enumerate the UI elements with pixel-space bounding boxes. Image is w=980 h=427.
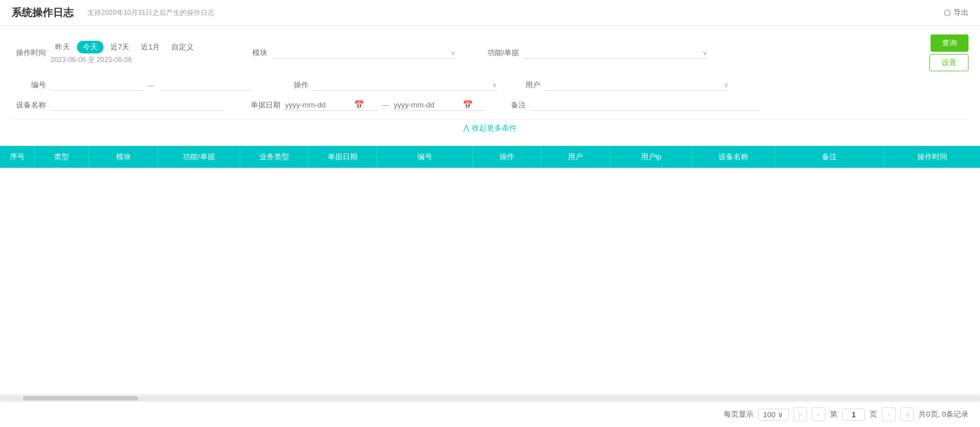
per-page-select[interactable]: 100 ∨	[758, 409, 789, 421]
operation-select[interactable]: ∨	[313, 80, 497, 91]
device-input[interactable]	[51, 99, 223, 111]
col-user: 用户	[541, 146, 610, 168]
page-subtitle: 支持2020年10月31日之后产生的操作日志	[87, 8, 214, 18]
table-body	[0, 168, 980, 375]
filter-row-1: 操作时间 昨天 今天 近7天 近1月 自定义 2023-06-06 至 2023…	[11, 34, 969, 71]
time-btn-1month[interactable]: 近1月	[136, 41, 164, 53]
time-btn-custom[interactable]: 自定义	[167, 41, 198, 53]
col-module: 模块	[89, 146, 157, 168]
data-table: 序号 类型 模块 功能/单据 业务类型 单据日期 编号 操作 用户 用户ip 设…	[0, 146, 980, 375]
number-start-input[interactable]	[51, 79, 143, 91]
col-function: 功能/单据	[157, 146, 240, 168]
function-select[interactable]: ∨	[524, 48, 708, 59]
query-button[interactable]: 查询	[931, 34, 969, 52]
setting-button[interactable]: 设置	[929, 54, 969, 71]
pagination: 每页显示 100 ∨ |‹ ‹ 第 页 › ›| 共0页, 0条记录	[0, 401, 980, 427]
collapse-chevron-icon: ⋀	[463, 124, 470, 132]
time-btn-today[interactable]: 今天	[77, 41, 103, 53]
module-label: 模块	[233, 48, 267, 58]
function-label: 功能/单据	[479, 48, 519, 58]
col-biz-type: 业务类型	[240, 146, 308, 168]
function-chevron-icon: ∨	[702, 49, 708, 57]
module-select[interactable]: ∨	[272, 48, 456, 59]
number-end-input[interactable]	[159, 79, 251, 91]
filter-row-3: 设备名称 单据日期 📅 — 📅 备注	[11, 99, 969, 111]
export-label: 导出	[954, 7, 969, 18]
next-page-button[interactable]: ›	[882, 407, 896, 421]
device-label: 设备名称	[11, 100, 46, 110]
remark-label: 备注	[509, 100, 526, 110]
table-area: 序号 类型 模块 功能/单据 业务类型 单据日期 编号 操作 用户 用户ip 设…	[0, 146, 980, 394]
time-range-display: 2023-06-06 至 2023-06-06	[51, 55, 198, 65]
table-header-row: 序号 类型 模块 功能/单据 业务类型 单据日期 编号 操作 用户 用户ip 设…	[0, 146, 980, 168]
col-device: 设备名称	[692, 146, 774, 168]
time-label: 操作时间	[11, 48, 46, 58]
date-end-wrap: 📅	[394, 99, 486, 111]
calendar-end-icon[interactable]: 📅	[463, 100, 472, 109]
collapse-bar[interactable]: ⋀ 收起更多条件	[11, 119, 969, 137]
col-user-ip: 用户ip	[610, 146, 692, 168]
voucher-date-label: 单据日期	[246, 100, 280, 110]
scrollbar-track	[0, 396, 980, 401]
per-page-value: 100	[763, 410, 776, 419]
calendar-start-icon[interactable]: 📅	[354, 100, 364, 109]
per-page-label: 每页显示	[724, 409, 754, 420]
number-label: 编号	[11, 80, 46, 90]
last-page-button[interactable]: ›|	[900, 407, 914, 421]
col-type: 类型	[34, 146, 89, 168]
user-select[interactable]: ∨	[545, 80, 729, 91]
col-index: 序号	[0, 146, 34, 168]
user-chevron-icon: ∨	[724, 81, 729, 89]
module-chevron-icon: ∨	[451, 49, 456, 57]
action-buttons: 查询 设置	[929, 34, 969, 71]
number-dash: —	[147, 81, 155, 90]
col-operation: 操作	[473, 146, 541, 168]
export-icon: ⬡	[944, 8, 951, 17]
prev-page-button[interactable]: ‹	[812, 407, 825, 421]
operation-chevron-icon: ∨	[492, 81, 497, 89]
remark-input[interactable]	[531, 99, 760, 111]
collapse-label: 收起更多条件	[472, 124, 517, 132]
page-title: 系统操作日志	[11, 6, 74, 20]
filter-row-2: 编号 — 操作 ∨ 用户 ∨	[11, 79, 969, 91]
page-number-input[interactable]	[842, 409, 865, 421]
export-button[interactable]: ⬡ 导出	[944, 7, 969, 18]
date-dash: —	[382, 101, 389, 109]
scrollbar-thumb[interactable]	[23, 396, 138, 401]
page-label: 第	[830, 409, 837, 420]
col-op-time: 操作时间	[884, 146, 980, 168]
horizontal-scrollbar[interactable]	[0, 394, 980, 401]
time-buttons: 昨天 今天 近7天 近1月 自定义	[51, 41, 198, 53]
page-unit: 页	[870, 409, 877, 420]
table-header: 序号 类型 模块 功能/单据 业务类型 单据日期 编号 操作 用户 用户ip 设…	[0, 146, 980, 168]
per-page-chevron-icon: ∨	[778, 410, 783, 419]
col-number: 编号	[377, 146, 473, 168]
filter-area: 操作时间 昨天 今天 近7天 近1月 自定义 2023-06-06 至 2023…	[0, 26, 980, 146]
time-filter: 昨天 今天 近7天 近1月 自定义 2023-06-06 至 2023-06-0…	[51, 41, 198, 65]
user-label: 用户	[520, 80, 540, 90]
operation-label: 操作	[274, 80, 309, 90]
first-page-button[interactable]: |‹	[793, 407, 807, 421]
time-btn-yesterday[interactable]: 昨天	[51, 41, 75, 53]
date-start-wrap: 📅	[285, 99, 377, 111]
time-btn-7days[interactable]: 近7天	[106, 41, 134, 53]
total-info: 共0页, 0条记录	[918, 409, 969, 420]
page-header: 系统操作日志 支持2020年10月31日之后产生的操作日志 ⬡ 导出	[0, 0, 980, 26]
col-remark: 备注	[774, 146, 884, 168]
col-voucher-date: 单据日期	[308, 146, 376, 168]
date-start-input[interactable]	[285, 101, 354, 109]
date-end-input[interactable]	[394, 101, 463, 109]
